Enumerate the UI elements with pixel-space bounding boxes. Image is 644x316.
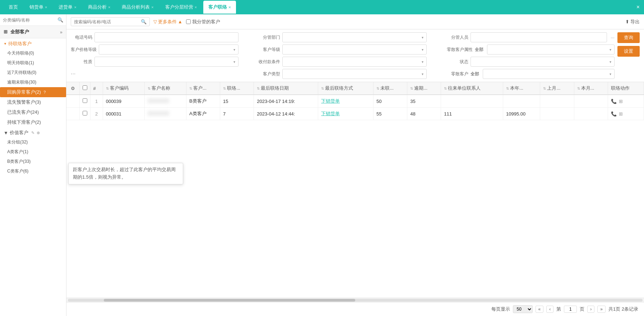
per-page-select[interactable]: 50 100 200 xyxy=(513,305,533,313)
my-customers-checkbox[interactable]: 我分管的客户 xyxy=(186,19,220,25)
row1-last-contact-method[interactable]: 下销货单 xyxy=(318,95,374,108)
more-conditions-button[interactable]: ▽ 更多条件 ▲ xyxy=(153,19,182,25)
table-header-contact[interactable]: 联络... xyxy=(220,82,254,95)
sidebar-item-repurchase-abnormal[interactable]: 回购异常客户(2) ? xyxy=(0,87,66,97)
filter-retail-customer-select[interactable]: ▾ xyxy=(483,69,615,79)
filter-customer-level-select[interactable]: ▾ xyxy=(282,44,426,55)
nav-tab-analysis-close[interactable]: × xyxy=(108,5,110,9)
row2-code: 000031 xyxy=(103,108,144,120)
next-page-button[interactable]: › xyxy=(587,306,594,313)
nav-tab-analysis[interactable]: 商品分析 × xyxy=(83,1,115,14)
sidebar-item-class-a[interactable]: A类客户(1) xyxy=(0,147,66,157)
filter-nature-select[interactable]: ▾ xyxy=(94,57,238,67)
sidebar-collapse-button[interactable]: » xyxy=(60,29,62,35)
filter-customer-type-select[interactable]: ▾ xyxy=(282,69,426,79)
dots-icon[interactable]: ··· xyxy=(71,71,75,77)
sidebar-search-area: 🔍 xyxy=(0,14,66,26)
page-number-input[interactable] xyxy=(564,306,577,313)
table-header-this-month[interactable]: 本月... xyxy=(574,82,608,95)
filter-payment-label: 收付款条件 xyxy=(259,59,280,65)
filter-retail-attr-select[interactable]: ▾ xyxy=(487,44,615,55)
sidebar-value-group[interactable]: ▼ 价值客户 ✎ ⊕ xyxy=(0,127,66,137)
sidebar-item-declining[interactable]: 持续下滑客户(2) xyxy=(0,117,66,127)
table-header-last-contact-date[interactable]: 最后联络日期 xyxy=(254,82,318,95)
filter-manager-input[interactable] xyxy=(471,32,607,42)
row1-contact-method-link[interactable]: 下销货单 xyxy=(321,98,340,104)
sidebar-item-class-b[interactable]: B类客户(33) xyxy=(0,157,66,166)
query-button[interactable]: 查询 xyxy=(617,32,640,43)
triangle-icon: ▼ xyxy=(4,42,7,46)
chevron-down-icon-9: ▾ xyxy=(610,72,611,76)
my-customers-checkbox-input[interactable] xyxy=(186,19,191,24)
sidebar-pending-group[interactable]: ▼ 待联络客户 xyxy=(0,38,66,48)
nav-tab-analysis-list-close[interactable]: × xyxy=(151,5,153,9)
row1-grid-icon[interactable]: ⊞ xyxy=(619,99,623,104)
sidebar-item-overdue[interactable]: 逾期未联络(30) xyxy=(0,77,66,87)
table-header-name[interactable]: 客户名称 xyxy=(144,82,186,95)
nav-tab-customer-ops-close[interactable]: × xyxy=(195,5,197,9)
nav-tab-sales-close[interactable]: × xyxy=(45,5,47,9)
nav-tab-sales[interactable]: 销货单 × xyxy=(24,1,52,14)
settings-button[interactable]: 设置 xyxy=(617,46,640,57)
nav-home-tab[interactable]: 首页 xyxy=(4,2,23,13)
row1-last-month xyxy=(540,95,574,108)
chevron-down-icon: ▾ xyxy=(422,36,423,39)
table-header-gear[interactable]: ⚙ xyxy=(66,82,79,95)
filter-status-select[interactable]: ▾ xyxy=(471,57,615,67)
row2-last-contact-method[interactable]: 下销货单 xyxy=(318,108,374,120)
filter-customer-level-label: 客户等级 xyxy=(259,47,280,53)
nav-tab-purchase[interactable]: 进货单 × xyxy=(54,1,81,14)
filter-dept-select[interactable]: ▾ xyxy=(282,32,426,42)
sidebar-item-tomorrow-pending[interactable]: 明天待联络(1) xyxy=(0,58,66,68)
row1-type: B类客户 xyxy=(186,95,220,108)
nav-tab-customer-ops[interactable]: 客户分层经营 × xyxy=(160,1,202,14)
filter-price-level: 客户价格等级 ▾ xyxy=(71,44,238,55)
table-header-last-month[interactable]: 上月... xyxy=(540,82,574,95)
edit-icon[interactable]: ✎ xyxy=(31,131,34,135)
sidebar-item-today-pending[interactable]: 今天待联络(0) xyxy=(0,48,66,58)
table-header-overdue[interactable]: 逾期... xyxy=(407,82,441,95)
sidebar-search-icon[interactable]: 🔍 xyxy=(57,17,63,23)
nav-tab-customer-contact-close[interactable]: × xyxy=(228,5,231,9)
sidebar-item-ungrouped[interactable]: 未分组(32) xyxy=(0,137,66,147)
row1-phone-icon[interactable]: 📞 xyxy=(611,99,617,104)
nav-tab-customer-contact[interactable]: 客户联络 × xyxy=(203,1,236,14)
sidebar-item-churn-warning[interactable]: 流失预警客户(3) xyxy=(0,97,66,107)
export-button[interactable]: ⬆ 导出 xyxy=(625,19,640,25)
last-page-button[interactable]: » xyxy=(597,306,606,313)
row2-phone-icon[interactable]: 📞 xyxy=(611,111,617,117)
row1-checkbox-input[interactable] xyxy=(83,98,87,103)
select-all-checkbox[interactable] xyxy=(83,85,87,90)
row2-checkbox-input[interactable] xyxy=(83,111,87,115)
horizontal-scrollbar[interactable] xyxy=(66,298,644,302)
table-header-contact-person[interactable]: 往来单位联系人 xyxy=(441,82,503,95)
nav-tab-analysis-list[interactable]: 商品分析列表 × xyxy=(117,1,158,14)
sidebar-item-class-c[interactable]: C类客户(6) xyxy=(0,166,66,176)
prev-page-button[interactable]: ‹ xyxy=(546,306,553,313)
window-close-button[interactable]: × xyxy=(636,4,640,10)
row2-grid-icon[interactable]: ⊞ xyxy=(619,111,623,117)
row2-contact-person: 111 xyxy=(441,108,503,120)
scrollbar-thumb[interactable] xyxy=(104,299,355,302)
table-header-action: 联络动作 xyxy=(608,82,644,95)
search-input[interactable] xyxy=(74,19,141,24)
sidebar-item-churned[interactable]: 已流失客户(24) xyxy=(0,107,66,117)
sidebar-item-7day-pending[interactable]: 近7天待联络(0) xyxy=(0,68,66,77)
manager-dots-icon[interactable]: ··· xyxy=(611,35,615,40)
search-icon[interactable]: 🔍 xyxy=(141,19,147,24)
row2-contact-method-link[interactable]: 下销货单 xyxy=(321,111,340,116)
table-header-this-year[interactable]: 本年... xyxy=(503,82,540,95)
table-header-last-contact-method[interactable]: 最后联络方式 xyxy=(318,82,374,95)
filter-phone-input[interactable] xyxy=(94,32,238,42)
first-page-button[interactable]: « xyxy=(536,306,544,313)
table-header-unread[interactable]: 未联... xyxy=(374,82,407,95)
filter-price-level-select[interactable]: ▾ xyxy=(99,44,238,55)
sidebar-search-input[interactable] xyxy=(3,18,57,23)
table-header-type[interactable]: 客户... xyxy=(186,82,220,95)
table-row: 2 000031 A类客户 7 2023-04-12 14:44: 下销货单 5… xyxy=(66,108,644,120)
nav-tab-purchase-close[interactable]: × xyxy=(74,5,76,9)
filter-payment-select[interactable]: ▾ xyxy=(282,57,426,67)
table-header-code[interactable]: 客户编码 xyxy=(103,82,144,95)
add-icon[interactable]: ⊕ xyxy=(37,131,40,135)
table-container: 距客户上次交易时长，超过了此客户的平均交易周期的1.5倍，则视为异常。 ⚙ # … xyxy=(66,82,644,298)
